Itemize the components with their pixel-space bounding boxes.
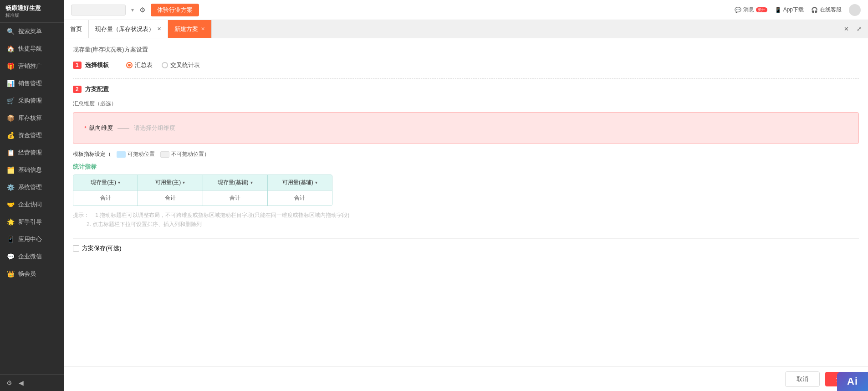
sidebar-item-operations[interactable]: 📋 经营管理	[0, 144, 64, 161]
col4-chevron-icon[interactable]: ▾	[315, 180, 317, 185]
dim-dash: ——	[117, 125, 129, 132]
sidebar-item-wechat[interactable]: 💬 企业微信	[0, 248, 64, 265]
content-area: 现存量(库存状况表)方案设置 1 选择模板 汇总表 交叉统计表	[64, 38, 868, 366]
sidebar-item-search[interactable]: 🔍 搜索菜单	[0, 23, 64, 40]
section2-num: 2	[73, 86, 82, 93]
cancel-button[interactable]: 取消	[785, 371, 820, 387]
tab-home[interactable]: 首页	[64, 20, 89, 38]
home-icon: 🏠	[6, 45, 15, 53]
star-icon: 🌟	[6, 218, 15, 226]
tab-inventory-close-icon[interactable]: ✕	[157, 26, 161, 32]
stats-table: 现存量(主) ▾ 可用量(主) ▾ 现存量(基辅) ▾ 可用量(基辅) ▾	[73, 175, 332, 206]
col2-chevron-icon[interactable]: ▾	[183, 180, 185, 185]
topbar: ▾ ⚙ 体验行业方案 💬 消息 99+ 📱 App下载 🎧 在线客服	[64, 0, 868, 20]
settings-icon[interactable]: ⚙	[6, 379, 12, 386]
legend-draggable-box	[117, 151, 126, 158]
sidebar-item-system[interactable]: ⚙️ 系统管理	[0, 179, 64, 196]
action-bar: 取消 查询	[64, 366, 868, 391]
tip-line1: 1.拖动标题栏可以调整布局，不可跨维度或指标区域拖动栏目字段(只能在同一维度或指…	[95, 212, 349, 218]
section1-header: 1 选择模板 汇总表 交叉统计表	[73, 61, 859, 69]
gift-icon: 🎁	[6, 62, 15, 70]
radio-crosstab-label: 交叉统计表	[170, 61, 200, 69]
dropdown-icon[interactable]: ▾	[131, 7, 134, 13]
message-label: 消息	[743, 6, 754, 14]
audio-icon[interactable]: ◀	[19, 379, 24, 386]
radio-summary-circle	[126, 62, 133, 68]
stats-col-3-label: 现存量(基辅)	[218, 179, 249, 186]
cta-button[interactable]: 体验行业方案	[151, 4, 199, 16]
sidebar-item-quicknav[interactable]: 🏠 快捷导航	[0, 40, 64, 57]
save-scheme-row: 方案保存(可选)	[73, 238, 859, 258]
app-download-button[interactable]: 📱 App下载	[775, 6, 804, 14]
sidebar-item-label-quicknav: 快捷导航	[18, 45, 42, 53]
stats-cell-3: 合计	[203, 190, 268, 206]
radio-crosstab[interactable]: 交叉统计表	[162, 61, 200, 69]
money-icon: 💰	[6, 131, 15, 139]
stats-col-2-label: 可用量(主)	[155, 179, 181, 186]
ai-badge[interactable]: Ai	[837, 372, 868, 391]
sidebar-item-appcenter[interactable]: 📱 应用中心	[0, 231, 64, 248]
col3-chevron-icon[interactable]: ▾	[250, 180, 253, 185]
stats-col-4[interactable]: 可用量(基辅) ▾	[268, 175, 332, 190]
avatar[interactable]	[849, 4, 861, 16]
maximize-window-button[interactable]: ⤢	[854, 25, 863, 34]
section-template: 1 选择模板 汇总表 交叉统计表	[73, 61, 859, 69]
tab-new-scheme-close-icon[interactable]: ✕	[201, 26, 205, 32]
sidebar-item-label-search: 搜索菜单	[18, 27, 42, 36]
sidebar-item-label-sales: 销售管理	[18, 79, 42, 87]
message-button[interactable]: 💬 消息 99+	[735, 6, 767, 14]
section1-title: 选择模板	[85, 61, 109, 69]
folder-icon: 🗂️	[6, 166, 15, 174]
tabbar: 首页 现存量（库存状况表） ✕ 新建方案 ✕ ✕ ⤢	[64, 20, 868, 38]
topbar-gear-icon[interactable]: ⚙	[139, 6, 145, 14]
crown-icon: 👑	[6, 270, 15, 278]
sidebar-item-purchase[interactable]: 🛒 采购管理	[0, 92, 64, 109]
save-scheme-label: 方案保存(可选)	[82, 244, 122, 252]
sidebar-item-marketing[interactable]: 🎁 营销推广	[0, 57, 64, 75]
radio-summary[interactable]: 汇总表	[126, 61, 153, 69]
cart-icon: 🛒	[6, 97, 15, 105]
legend-nondraggable-label: 不可拖动位置）	[171, 150, 209, 158]
app-title: 畅康通好生意	[5, 5, 58, 12]
tip-line2: 2. 点击标题栏下拉可设置排序、插入列和删除列	[87, 221, 202, 227]
chart-icon: 📊	[6, 79, 15, 87]
sidebar-item-basic[interactable]: 🗂️ 基础信息	[0, 161, 64, 179]
col1-chevron-icon[interactable]: ▾	[118, 180, 120, 185]
dim-area[interactable]: * 纵向维度 —— 请选择分组维度	[73, 112, 859, 144]
sidebar-logo: 畅康通好生意 标准版	[0, 0, 64, 23]
sidebar-item-member[interactable]: 👑 畅会员	[0, 265, 64, 283]
tab-inventory-status[interactable]: 现存量（库存状况表） ✕	[89, 20, 168, 38]
gear-icon: ⚙️	[6, 183, 15, 191]
legend-nondraggable: 不可拖动位置）	[160, 150, 209, 158]
close-window-button[interactable]: ✕	[842, 25, 851, 34]
metrics-label-row: 模板指标设定（ 可拖动位置 不可拖动位置）	[73, 150, 859, 158]
sidebar-item-inventory[interactable]: 📦 库存核算	[0, 109, 64, 127]
app-download-label: App下载	[783, 6, 804, 14]
sidebar-item-label-appcenter: 应用中心	[18, 235, 42, 243]
headset-icon: 🎧	[811, 7, 818, 13]
service-button[interactable]: 🎧 在线客服	[811, 6, 842, 14]
sidebar-item-sales[interactable]: 📊 销售管理	[0, 75, 64, 92]
radio-summary-label: 汇总表	[135, 61, 153, 69]
search-icon: 🔍	[6, 27, 15, 36]
stats-col-1-label: 现存量(主)	[91, 179, 116, 186]
search-input[interactable]	[71, 5, 126, 15]
sidebar-item-enterprise[interactable]: 🤝 企业协同	[0, 196, 64, 213]
template-options: 汇总表 交叉统计表	[112, 61, 200, 69]
tab-new-scheme[interactable]: 新建方案 ✕	[168, 20, 212, 38]
legend-draggable: 可拖动位置	[117, 150, 155, 158]
sidebar-item-label-finance: 资金管理	[18, 131, 42, 139]
required-mark: *	[84, 125, 87, 132]
sidebar-item-newguide[interactable]: 🌟 新手引导	[0, 213, 64, 231]
sidebar-item-label-inventory: 库存核算	[18, 114, 42, 122]
stats-col-4-label: 可用量(基辅)	[282, 179, 313, 186]
legend-draggable-label: 可拖动位置	[128, 150, 155, 158]
save-scheme-checkbox[interactable]	[73, 245, 79, 252]
stats-col-3[interactable]: 现存量(基辅) ▾	[203, 175, 268, 190]
stats-col-2[interactable]: 可用量(主) ▾	[138, 175, 203, 190]
tab-new-scheme-label: 新建方案	[174, 25, 198, 33]
sidebar-item-finance[interactable]: 💰 资金管理	[0, 127, 64, 144]
sidebar-item-label-enterprise: 企业协同	[18, 201, 42, 209]
stats-col-1[interactable]: 现存量(主) ▾	[73, 175, 138, 190]
tip-prefix: 提示： 1.拖动标题栏可以调整布局，不可跨维度或指标区域拖动栏目字段(只能在同一…	[73, 211, 859, 220]
